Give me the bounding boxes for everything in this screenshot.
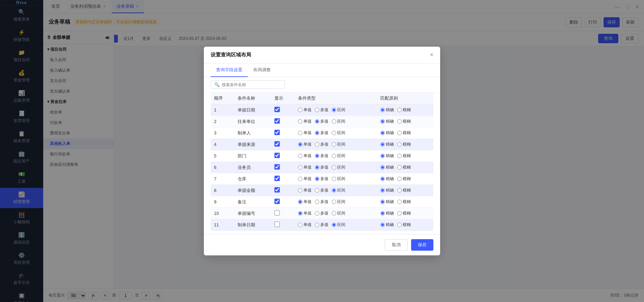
match-radio-label[interactable]: 精确 <box>380 210 394 216</box>
type-radio[interactable] <box>315 108 319 112</box>
type-radio-label[interactable]: 多值 <box>315 153 328 159</box>
type-radio-label[interactable]: 区间 <box>332 153 345 159</box>
type-radio[interactable] <box>332 131 336 135</box>
type-radio[interactable] <box>332 177 336 181</box>
match-radio[interactable] <box>397 223 402 227</box>
type-radio[interactable] <box>298 154 302 158</box>
modal-close-button[interactable]: × <box>430 51 433 58</box>
match-radio-label[interactable]: 模糊 <box>397 222 411 228</box>
type-radio-label[interactable]: 单值 <box>298 119 312 124</box>
modal-tab-fields[interactable]: 查询字段设置 <box>211 64 248 77</box>
type-radio[interactable] <box>332 142 336 147</box>
type-radio[interactable] <box>332 108 336 112</box>
type-radio-label[interactable]: 多值 <box>315 222 328 228</box>
type-radio[interactable] <box>315 131 319 135</box>
match-radio[interactable] <box>380 131 385 135</box>
match-radio-label[interactable]: 模糊 <box>397 153 411 159</box>
type-radio[interactable] <box>332 154 336 158</box>
match-radio[interactable] <box>397 154 402 158</box>
type-radio[interactable] <box>315 142 319 147</box>
type-radio[interactable] <box>315 154 319 158</box>
match-radio-label[interactable]: 精确 <box>380 119 394 124</box>
display-checkbox[interactable] <box>274 153 280 158</box>
match-radio[interactable] <box>380 154 385 158</box>
type-radio[interactable] <box>315 223 319 227</box>
type-radio-label[interactable]: 单值 <box>298 142 312 147</box>
type-radio[interactable] <box>315 119 319 124</box>
match-radio-label[interactable]: 模糊 <box>397 187 411 193</box>
display-checkbox[interactable] <box>274 118 280 124</box>
match-radio-label[interactable]: 模糊 <box>397 130 411 136</box>
display-checkbox[interactable] <box>274 199 280 204</box>
type-radio-label[interactable]: 区间 <box>332 199 345 205</box>
type-radio[interactable] <box>298 108 302 112</box>
type-radio[interactable] <box>315 211 319 216</box>
match-radio[interactable] <box>380 223 385 227</box>
type-radio-label[interactable]: 多值 <box>315 176 328 182</box>
type-radio-label[interactable]: 多值 <box>315 210 328 216</box>
type-radio-label[interactable]: 单值 <box>298 153 312 159</box>
type-radio-label[interactable]: 区间 <box>332 176 345 182</box>
type-radio-label[interactable]: 区间 <box>332 142 345 147</box>
match-radio[interactable] <box>380 211 385 216</box>
type-radio-label[interactable]: 多值 <box>315 165 328 170</box>
match-radio-label[interactable]: 精确 <box>380 142 394 147</box>
match-radio-label[interactable]: 精确 <box>380 153 394 159</box>
type-radio[interactable] <box>298 131 302 135</box>
type-radio[interactable] <box>298 211 302 216</box>
match-radio-label[interactable]: 模糊 <box>397 142 411 147</box>
type-radio[interactable] <box>298 142 302 147</box>
type-radio-label[interactable]: 单值 <box>298 107 312 113</box>
type-radio-label[interactable]: 单值 <box>298 165 312 170</box>
match-radio[interactable] <box>380 108 385 112</box>
match-radio-label[interactable]: 模糊 <box>397 176 411 182</box>
display-checkbox[interactable] <box>274 130 280 135</box>
display-checkbox[interactable] <box>274 176 280 181</box>
type-radio-label[interactable]: 多值 <box>315 187 328 193</box>
match-radio-label[interactable]: 模糊 <box>397 119 411 124</box>
type-radio-label[interactable]: 单值 <box>298 199 312 205</box>
match-radio-label[interactable]: 精确 <box>380 130 394 136</box>
match-radio[interactable] <box>397 200 402 204</box>
display-checkbox[interactable] <box>274 210 280 216</box>
match-radio[interactable] <box>380 200 385 204</box>
display-checkbox[interactable] <box>274 107 280 112</box>
type-radio-label[interactable]: 区间 <box>332 107 345 113</box>
type-radio-label[interactable]: 单值 <box>298 187 312 193</box>
type-radio[interactable] <box>315 188 319 193</box>
type-radio[interactable] <box>315 165 319 170</box>
type-radio[interactable] <box>332 223 336 227</box>
match-radio-label[interactable]: 精确 <box>380 222 394 228</box>
type-radio[interactable] <box>332 165 336 170</box>
type-radio[interactable] <box>298 188 302 193</box>
display-checkbox[interactable] <box>274 187 280 193</box>
type-radio[interactable] <box>315 200 319 204</box>
display-checkbox[interactable] <box>274 164 280 170</box>
type-radio-label[interactable]: 多值 <box>315 142 328 147</box>
type-radio[interactable] <box>298 119 302 124</box>
search-input[interactable] <box>222 82 281 87</box>
match-radio-label[interactable]: 模糊 <box>397 199 411 205</box>
modal-tab-layout[interactable]: 布局调整 <box>248 64 276 77</box>
type-radio[interactable] <box>298 223 302 227</box>
display-checkbox[interactable] <box>274 222 280 227</box>
display-checkbox[interactable] <box>274 141 280 147</box>
type-radio[interactable] <box>298 165 302 170</box>
modal-save-button[interactable]: 保存 <box>411 239 433 251</box>
match-radio[interactable] <box>397 142 402 147</box>
match-radio[interactable] <box>397 177 402 181</box>
match-radio-label[interactable]: 模糊 <box>397 107 411 113</box>
cancel-button[interactable]: 取消 <box>385 239 408 251</box>
match-radio[interactable] <box>397 188 402 193</box>
type-radio[interactable] <box>315 177 319 181</box>
type-radio-label[interactable]: 单值 <box>298 222 312 228</box>
type-radio[interactable] <box>298 200 302 204</box>
type-radio-label[interactable]: 区间 <box>332 187 345 193</box>
match-radio[interactable] <box>397 108 402 112</box>
match-radio-label[interactable]: 模糊 <box>397 165 411 170</box>
match-radio-label[interactable]: 模糊 <box>397 210 411 216</box>
type-radio[interactable] <box>298 177 302 181</box>
match-radio-label[interactable]: 精确 <box>380 107 394 113</box>
type-radio[interactable] <box>332 119 336 124</box>
type-radio-label[interactable]: 多值 <box>315 119 328 124</box>
